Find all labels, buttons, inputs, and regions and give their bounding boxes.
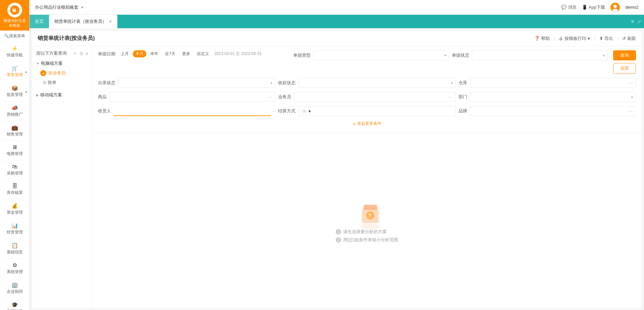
download-icon: 📱: [582, 5, 587, 10]
doctype-label: 单据类型: [293, 52, 311, 58]
tab-close-all-button[interactable]: ✕: [631, 19, 635, 24]
date-more[interactable]: 更多: [179, 50, 193, 57]
help-label: 帮助: [541, 36, 550, 42]
sidebar-item-system[interactable]: ⚙ 系统管理: [0, 259, 29, 278]
sidebar-item-enterprise[interactable]: 🏢 企业协同: [0, 278, 29, 298]
sidebar-item-label: 批发管理: [7, 92, 23, 98]
tab-sales-stat[interactable]: 销货单统计表（按业务员） ✕: [49, 15, 117, 28]
sidebar-item-ecommerce[interactable]: 🖥 电商管理: [0, 141, 29, 160]
app-download-label: App下载: [589, 4, 605, 10]
scheme-mobile-section: ▶ 移动端方案: [32, 91, 92, 99]
refresh-label: 刷新: [627, 36, 636, 42]
department-select[interactable]: ▾: [470, 92, 636, 102]
date-7days[interactable]: 近7天: [162, 50, 178, 57]
msg-icon: 💬: [561, 5, 567, 10]
sidebar-item-label: 经营管理: [7, 229, 23, 235]
doctype-select[interactable]: ▾: [313, 50, 449, 60]
logo-icon: 畅: [7, 3, 22, 17]
warehouse-select[interactable]: ···: [470, 78, 636, 88]
sidebar-item-retail[interactable]: 🛒 零售管理 ▲: [0, 62, 29, 82]
filter-department-item: 部门 ▾: [459, 92, 636, 102]
settlement-control[interactable]: × ▾: [298, 106, 455, 116]
sidebar-item-purchase[interactable]: 🛍 采购管理: [0, 160, 29, 180]
department-arrow-icon: ▾: [631, 95, 633, 99]
header-left: 办公用品行业模拟账套 ▾: [35, 4, 83, 10]
retail-icon: 🛒: [11, 65, 18, 71]
brand-select[interactable]: ···: [470, 106, 636, 116]
filter-buttons: 查询 设置: [608, 50, 636, 74]
top-header: 办公用品行业模拟账套 ▾ 💬 消息 📱 App下载 demo2: [30, 0, 644, 15]
sidebar-search[interactable]: 🔍 搜索菜单: [0, 31, 29, 42]
consignee-dots[interactable]: ···: [272, 109, 275, 113]
sidebar-item-marketing[interactable]: 📣 营销推广: [0, 101, 29, 121]
docstatus-arrow-icon: ▾: [603, 54, 605, 57]
goods-label: 商品: [98, 94, 107, 100]
docstatus-select[interactable]: ▾: [472, 50, 608, 60]
filter-docstatus-item: 单据状态 ▾: [452, 50, 608, 60]
sidebar-item-wholesale[interactable]: 📦 批发管理 ▲: [0, 82, 29, 101]
tag-close-icon[interactable]: ×: [303, 109, 305, 113]
date-custom[interactable]: 自定义: [194, 50, 212, 57]
filter-outstatus-item: 出库状态 ▾: [98, 78, 275, 88]
user-avatar[interactable]: [610, 3, 620, 12]
date-this-month[interactable]: 本月: [133, 50, 146, 57]
user-name[interactable]: demo2: [625, 5, 639, 10]
scheme-item-salesperson[interactable]: ● 按业务员: [32, 68, 92, 78]
sidebar-logo[interactable]: 畅 畅捷信好生意 标账版: [0, 0, 29, 31]
scheme-item-label: 按业务员: [48, 70, 66, 76]
filter-receiptstatus-item: 收款状态 ▾: [278, 78, 455, 88]
export-icon: ⬆: [599, 36, 603, 41]
query-button[interactable]: 查询: [613, 50, 636, 60]
tab-close-button[interactable]: ✕: [109, 19, 112, 24]
left-scheme-panel: 按以下方案查询 ＋ ⊙ « ▼ 电脑端方案: [32, 46, 93, 308]
filter-row-2: 出库状态 ▾ 收款状态 ▾: [98, 78, 636, 88]
sidebar-item-basic-info[interactable]: 📋 基础信息: [0, 239, 29, 259]
scheme-pc-header[interactable]: ▼ 电脑端方案: [32, 59, 92, 68]
sidebar-search-label: 搜索菜单: [9, 33, 25, 39]
date-label: 单据日期: [98, 51, 115, 57]
salesperson-select[interactable]: ···: [294, 92, 455, 102]
receiptstatus-select[interactable]: ▾: [298, 78, 455, 88]
header-dropdown[interactable]: ▾: [81, 5, 83, 10]
scheme-settings-icon[interactable]: ⊙: [79, 51, 84, 56]
outstatus-select[interactable]: ▾: [118, 78, 275, 88]
filter-doctype-item: 单据类型 ▾: [293, 50, 449, 60]
empty-tip-2: 2 用[过滤]条件来缩小分析范围: [336, 237, 398, 243]
scheme-mobile-header[interactable]: ▶ 移动端方案: [32, 91, 92, 99]
svg-text:畅: 畅: [12, 8, 16, 13]
filter-area: 单据日期 上月 本月 本年 近7天 更多 自定义 2023-03-01 至 20…: [93, 46, 641, 133]
scheme-sub-label: 按单: [48, 80, 56, 86]
collapse-label: 收起更多条件: [357, 121, 381, 126]
sidebar-item-inventory[interactable]: 🗄 库存核算: [0, 180, 29, 199]
date-this-year[interactable]: 本年: [148, 50, 161, 57]
tab-home[interactable]: 首页: [30, 15, 49, 28]
scheme-title: 按以下方案查询: [36, 50, 67, 56]
collapse-filters-button[interactable]: ∧ 收起更多条件: [98, 119, 636, 128]
print-button[interactable]: 🖨 按模板打印 ▾: [559, 36, 590, 42]
print-icon: 🖨: [559, 36, 563, 41]
sidebar-item-label: 营销推广: [7, 112, 23, 117]
help-button[interactable]: ❓ 帮助: [534, 36, 550, 42]
export-button[interactable]: ⬆ 导出: [599, 36, 613, 42]
filter-row-4: 收货人 ··· 结算方式 × ▾: [98, 106, 636, 116]
refresh-button[interactable]: ↺ 刷新: [622, 36, 636, 42]
scheme-collapse-icon[interactable]: «: [86, 51, 88, 56]
sidebar-item-finance[interactable]: 💰 资金管理: [0, 199, 29, 219]
app-download-button[interactable]: 📱 App下载: [582, 4, 605, 10]
scheme-item-by-order[interactable]: ⊞ 按单: [32, 78, 92, 87]
tip-num-1: 1: [336, 229, 341, 235]
consignee-input[interactable]: [114, 106, 271, 116]
tab-expand-button[interactable]: ⤢: [637, 19, 641, 24]
sidebar-item-sales[interactable]: 💼 销售管理: [0, 121, 29, 141]
goods-select[interactable]: ···: [109, 92, 275, 102]
msg-button[interactable]: 💬 消息: [561, 4, 577, 10]
goods-dots: ···: [268, 94, 273, 100]
warehouse-dots: ···: [628, 80, 633, 86]
settings-button[interactable]: 设置: [613, 63, 636, 74]
date-last-month[interactable]: 上月: [118, 50, 131, 57]
scheme-add-icon[interactable]: ＋: [73, 50, 77, 56]
sidebar-item-operations[interactable]: 📊 经营管理: [0, 219, 29, 239]
sidebar-item-newbie[interactable]: 🎓 新手引导: [0, 298, 29, 310]
filter-settlement-item: 结算方式 × ▾: [278, 106, 455, 116]
sidebar-item-quick-nav[interactable]: ⚡ 快捷导航: [0, 42, 29, 62]
